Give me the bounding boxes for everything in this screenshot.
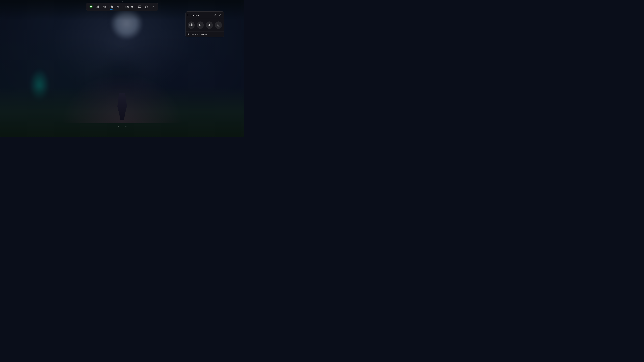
capture-panel: Capture	[186, 11, 224, 37]
capture-header-buttons	[213, 13, 222, 17]
svg-point-5	[111, 6, 112, 7]
game-bar: 7:21 PM	[86, 3, 158, 11]
svg-rect-3	[98, 5, 99, 8]
svg-rect-2	[98, 6, 98, 8]
record-last30-button[interactable]: 30	[197, 21, 204, 29]
svg-point-8	[153, 6, 154, 7]
svg-point-10	[188, 14, 189, 15]
capture-panel-title: Capture	[191, 14, 199, 16]
stats-button[interactable]	[95, 4, 101, 10]
svg-rect-11	[190, 24, 193, 26]
capture-panel-icon	[188, 14, 190, 17]
svg-rect-7	[138, 6, 141, 7]
hud-dot-left	[118, 126, 119, 127]
hud-dot-right	[126, 126, 126, 127]
captures-gallery-icon	[188, 33, 190, 36]
social-button[interactable]	[115, 4, 121, 10]
svg-point-6	[118, 6, 118, 7]
xbox-button[interactable]	[88, 4, 94, 10]
svg-point-12	[191, 24, 192, 26]
capture-panel-header: Capture	[186, 11, 224, 19]
capture-action-buttons: 30	[186, 19, 224, 31]
audio-button[interactable]	[102, 4, 108, 10]
monitor-button[interactable]	[137, 4, 143, 10]
show-all-captures-label: Show all captures	[191, 33, 207, 36]
hud-indicators	[118, 126, 126, 127]
capture-title-row: Capture	[188, 14, 199, 17]
toggle-mic-button[interactable]	[215, 21, 222, 29]
settings-button[interactable]	[150, 4, 156, 10]
svg-rect-9	[188, 14, 190, 16]
pin-button[interactable]	[213, 13, 217, 17]
capture-button[interactable]	[108, 4, 114, 10]
gamebar-time: 7:21 PM	[124, 6, 134, 8]
show-all-captures-button[interactable]: Show all captures	[186, 31, 224, 37]
close-panel-button[interactable]	[218, 13, 222, 17]
shield-button[interactable]	[144, 4, 150, 10]
svg-point-14	[208, 24, 210, 26]
svg-text:30: 30	[200, 25, 201, 26]
start-recording-button[interactable]	[206, 21, 213, 29]
screenshot-button[interactable]	[188, 21, 195, 29]
svg-rect-1	[96, 7, 97, 8]
svg-rect-4	[110, 6, 112, 8]
bar-divider-time	[122, 5, 122, 9]
